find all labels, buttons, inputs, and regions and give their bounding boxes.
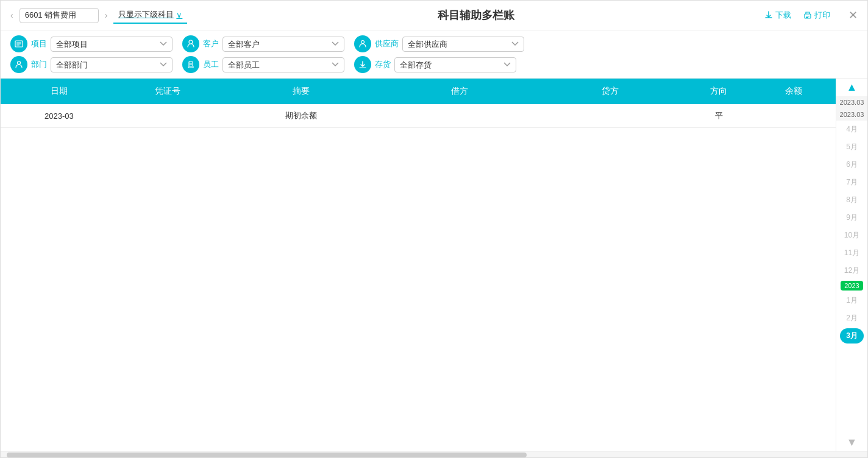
- department-select[interactable]: 全部部门: [51, 57, 173, 72]
- timeline-2month[interactable]: 2月: [836, 309, 867, 327]
- scrollbar-thumb: [7, 453, 527, 457]
- customer-icon: [182, 35, 199, 52]
- timeline-4month[interactable]: 4月: [836, 121, 867, 138]
- employee-filter: 员工 全部员工: [182, 56, 344, 73]
- top-actions: 下载 打印 ✕: [764, 9, 858, 22]
- customer-select[interactable]: 全部客户: [222, 37, 344, 52]
- download-label: 下载: [775, 10, 791, 21]
- timeline-1month[interactable]: 1月: [836, 292, 867, 309]
- cell-credit: [535, 104, 686, 128]
- download-icon: [764, 11, 773, 19]
- filter-area: 项目 全部项目 客户 全部客户 供应商 全: [1, 30, 867, 79]
- chevron-down-icon: ∨: [176, 10, 182, 19]
- download-button[interactable]: 下载: [764, 10, 791, 21]
- timeline-6month[interactable]: 6月: [836, 156, 867, 174]
- svg-rect-2: [806, 17, 808, 18]
- project-select[interactable]: 全部项目: [51, 37, 173, 52]
- year-2023-badge[interactable]: 2023: [841, 281, 863, 291]
- project-filter: 项目 全部项目: [10, 35, 173, 52]
- timeline-3month-active[interactable]: 3月: [840, 328, 864, 344]
- customer-filter: 客户 全部客户: [182, 35, 344, 52]
- print-icon: [803, 11, 812, 19]
- col-direction: 方向: [685, 79, 752, 104]
- timeline-down-arrow[interactable]: ▼: [844, 434, 860, 451]
- cell-debit: [385, 104, 535, 128]
- department-filter: 部门 全部部门: [10, 56, 173, 73]
- page-title: 科目辅助多栏账: [193, 8, 758, 23]
- ledger-table: 日期 凭证号 摘要 借方 贷方 方向 余额 2023-03 期初余额: [1, 79, 836, 128]
- svg-point-8: [18, 62, 21, 65]
- cell-balance: [752, 104, 836, 128]
- supplier-filter: 供应商 全部供应商: [354, 35, 524, 52]
- inventory-select[interactable]: 全部存货: [394, 57, 516, 72]
- filter-row-2: 部门 全部部门 员工 全部员工 存货 全部: [10, 56, 858, 73]
- cell-date: 2023-03: [1, 104, 118, 128]
- table-area[interactable]: 日期 凭证号 摘要 借方 贷方 方向 余额 2023-03 期初余额: [1, 79, 836, 451]
- department-icon: [10, 56, 27, 73]
- account-code-input[interactable]: [20, 8, 99, 23]
- project-icon: [10, 35, 27, 52]
- cell-voucher: [118, 104, 218, 128]
- close-button[interactable]: ✕: [848, 9, 858, 22]
- timeline-11month[interactable]: 11月: [836, 244, 867, 262]
- svg-point-7: [361, 41, 365, 44]
- table-header-row: 日期 凭证号 摘要 借方 贷方 方向 余额: [1, 79, 836, 104]
- timeline-5month[interactable]: 5月: [836, 138, 867, 156]
- svg-rect-1: [806, 16, 809, 16]
- print-label: 打印: [814, 10, 830, 21]
- main-window: ‹ › 只显示下级科目 ∨ 科目辅助多栏账 下载 打印 ✕: [0, 0, 868, 458]
- supplier-icon: [354, 35, 371, 52]
- show-sub-label: 只显示下级科目: [118, 9, 174, 20]
- supplier-label: 供应商: [375, 38, 399, 49]
- col-balance: 余额: [752, 79, 836, 104]
- col-summary: 摘要: [218, 79, 385, 104]
- col-credit: 贷方: [535, 79, 686, 104]
- next-account-button[interactable]: ›: [105, 10, 108, 20]
- timeline-9month[interactable]: 9月: [836, 209, 867, 227]
- show-sub-button[interactable]: 只显示下级科目 ∨: [113, 7, 187, 24]
- filter-row-1: 项目 全部项目 客户 全部客户 供应商 全: [10, 35, 858, 52]
- cell-summary: 期初余额: [218, 104, 385, 128]
- employee-label: 员工: [203, 59, 219, 70]
- col-date: 日期: [1, 79, 118, 104]
- timeline-sidebar: ▲ 2023.03 2023.03 4月 5月 6月 7月 8月 9月 10月 …: [836, 79, 867, 451]
- inventory-filter: 存货 全部存货: [354, 56, 516, 73]
- content-area: 日期 凭证号 摘要 借方 贷方 方向 余额 2023-03 期初余额: [1, 79, 867, 451]
- project-label: 项目: [31, 38, 47, 49]
- inventory-label: 存货: [375, 59, 391, 70]
- bottom-scrollbar[interactable]: [1, 451, 867, 457]
- employee-select[interactable]: 全部员工: [222, 57, 344, 72]
- timeline-8month[interactable]: 8月: [836, 191, 867, 209]
- print-button[interactable]: 打印: [803, 10, 830, 21]
- supplier-select[interactable]: 全部供应商: [402, 37, 524, 52]
- col-voucher: 凭证号: [118, 79, 218, 104]
- timeline-10month[interactable]: 10月: [836, 227, 867, 244]
- timeline-header-2[interactable]: 2023.03: [836, 108, 867, 121]
- svg-rect-9: [189, 62, 193, 66]
- inventory-icon: [354, 56, 371, 73]
- customer-label: 客户: [203, 38, 219, 49]
- table-row: 2023-03 期初余额 平: [1, 104, 836, 128]
- prev-account-button[interactable]: ‹: [10, 10, 13, 20]
- timeline-up-arrow[interactable]: ▲: [844, 79, 860, 96]
- col-debit: 借方: [385, 79, 535, 104]
- employee-icon: [182, 56, 199, 73]
- department-label: 部门: [31, 59, 47, 70]
- cell-direction: 平: [685, 104, 752, 128]
- timeline-header-1[interactable]: 2023.03: [836, 96, 867, 108]
- top-bar: ‹ › 只显示下级科目 ∨ 科目辅助多栏账 下载 打印 ✕: [1, 1, 867, 30]
- timeline-12month[interactable]: 12月: [836, 262, 867, 280]
- timeline-7month[interactable]: 7月: [836, 174, 867, 191]
